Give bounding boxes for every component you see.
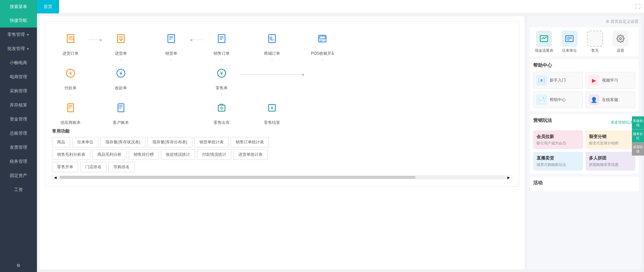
func-btn-purchase-stats[interactable]: 进货单统计表: [233, 149, 268, 160]
down-arrow-n6: ↓: [304, 56, 341, 63]
sidebar-item-payroll[interactable]: 工资: [0, 183, 37, 197]
func-btn-sales-profit[interactable]: 销售毛利分析表: [52, 149, 90, 160]
flow-node-customer-book[interactable]: 客户账本: [102, 98, 139, 126]
qa-settings[interactable]: 设置: [610, 31, 631, 53]
customize-link[interactable]: ⚙ 首页自定义设置: [606, 19, 639, 24]
flow-node-purchase-order[interactable]: 进货订单: [52, 29, 89, 56]
retail-out-label: 零售出库: [214, 120, 230, 126]
sidebar-item-ledger[interactable]: 总账管理: [0, 126, 37, 140]
svg-point-48: [619, 38, 622, 40]
payment-label: 付款单: [64, 85, 77, 91]
func-btn-goods-profit[interactable]: 商品毛利分析: [92, 149, 127, 160]
help-item-online[interactable]: 👤 在线客服: [586, 91, 635, 108]
sales-bill-icon: [161, 29, 181, 49]
svg-rect-38: [118, 104, 119, 112]
func-btn-retail-order[interactable]: 零售开单: [52, 162, 78, 172]
flow-node-receipt[interactable]: ¥ 收款单: [102, 63, 139, 91]
sidebar-item-funds[interactable]: 资金管理: [0, 112, 37, 126]
marketing-fission[interactable]: 裂变分销 裂变式发展分销商: [586, 130, 635, 149]
down-arrow-n2: ↓: [102, 56, 139, 63]
qa-none[interactable]: 暂无: [584, 31, 606, 53]
arrow-n4-n3: ◀: [190, 38, 203, 42]
func-btn-store-rank[interactable]: 门店排名: [80, 162, 106, 172]
float-btn-service[interactable]: 客服热线: [632, 117, 644, 130]
down-arrow-n4: ↓: [203, 56, 240, 63]
sidebar: 快捷导航 零售管理 ▼ 批发管理 ▼ 小畅电商 电商管理 采购管理 库存核算 资…: [0, 13, 37, 272]
cashflow-label: 现金流量表: [535, 48, 553, 53]
chevron-down-icon: ▼: [26, 33, 30, 37]
fullscreen-button[interactable]: ⛶: [635, 4, 641, 10]
down-arrow-payment: ↓: [52, 91, 89, 98]
purchase-bill-icon: [111, 29, 131, 49]
func-btn-sales-stats[interactable]: 销货单统计表: [194, 137, 229, 147]
sidebar-item-assets[interactable]: 固定资产: [0, 169, 37, 183]
svg-point-40: [221, 107, 223, 109]
func-btn-sales-order-stats[interactable]: 销售订单统计表: [231, 137, 269, 147]
float-btn-community[interactable]: 服务社区: [632, 130, 644, 143]
search-menu-button[interactable]: 搜索菜单: [0, 0, 37, 13]
sidebar-item-quicknav[interactable]: 快捷导航: [0, 13, 37, 28]
retail-settle-icon: ¥: [262, 98, 282, 118]
func-btn-inventory-status[interactable]: 现存量(库存状况表): [100, 137, 145, 147]
quick-access-section: 现金流量表 往来单位 暂无: [530, 27, 639, 56]
retail-settle-label: 零售结算: [264, 120, 280, 126]
sidebar-item-tax[interactable]: 税务管理: [0, 154, 37, 169]
func-btn-partners[interactable]: 往来单位: [72, 137, 98, 147]
func-btn-payment-stats[interactable]: 付款情况统计: [197, 149, 231, 160]
retail-out-icon: [212, 98, 232, 118]
sidebar-item-ecommerce-small[interactable]: 小畅电商: [0, 56, 37, 70]
none-label: 暂无: [591, 48, 599, 53]
retail-bill-icon: ¥: [212, 63, 232, 83]
sidebar-item-inventory[interactable]: 库存核算: [0, 98, 37, 112]
help-item-help[interactable]: 📄 帮助中心: [533, 91, 583, 108]
gear-icon: ⚙: [16, 263, 20, 268]
sidebar-item-ecommerce-mgmt[interactable]: 电商管理: [0, 70, 37, 84]
flow-node-sales-order[interactable]: 销售订单: [203, 29, 240, 56]
flow-node-purchase-bill[interactable]: 进货单: [102, 29, 139, 56]
common-functions: 常用功能 商品 往来单位 现存量(库存状况表) 现存量(库存分布表) 销货单统计…: [52, 128, 512, 172]
flow-node-retail-settle[interactable]: ¥ 零售结算: [254, 98, 290, 126]
help-center-title: 帮助中心: [533, 62, 635, 69]
sidebar-item-procurement[interactable]: 采购管理: [0, 84, 37, 98]
sidebar-item-retail[interactable]: 零售管理 ▼: [0, 28, 37, 42]
qa-partners[interactable]: 往来单位: [559, 31, 580, 53]
scroll-right-button[interactable]: ▶: [505, 175, 512, 180]
marketing-header: 营销玩法 更多营销玩法 ›: [533, 118, 635, 127]
marketing-member[interactable]: 会员拉新 吸引用户成为会员: [533, 130, 583, 149]
help-item-video[interactable]: ▶ 视频学习: [586, 72, 635, 89]
flow-node-supplier-book[interactable]: 供应商账本: [52, 98, 89, 126]
func-btn-inventory-dist[interactable]: 现存量(库存分布表): [147, 137, 192, 147]
help-item-beginner[interactable]: 📧 新手入门: [533, 72, 583, 89]
func-btn-receipt-stats[interactable]: 收款情况统计: [161, 149, 195, 160]
svg-text:¥: ¥: [119, 71, 122, 76]
home-tab[interactable]: 首页: [37, 0, 59, 13]
func-btn-sales-rank[interactable]: 销售排行榜: [129, 149, 159, 160]
partners-label: 往来单位: [562, 48, 577, 53]
float-btn-shortcut[interactable]: 桌面快捷: [632, 143, 644, 156]
sidebar-item-wholesale[interactable]: 批发管理 ▼: [0, 42, 37, 56]
floating-buttons: 客服热线 服务社区 桌面快捷: [632, 117, 644, 156]
flow-node-retail-out[interactable]: 零售出库: [203, 98, 240, 126]
flow-node-sales-bill[interactable]: 销货单: [153, 29, 190, 56]
down-arrow-n3: ↓: [153, 56, 190, 63]
down-arrow-receipt: ↓: [102, 91, 139, 98]
func-btn-guide-rank[interactable]: 导购排名: [108, 162, 135, 172]
sidebar-item-invoice[interactable]: 发票管理: [0, 140, 37, 154]
flow-node-payment[interactable]: ¥ 付款单: [52, 63, 89, 91]
chevron-down-icon: ▼: [26, 47, 30, 51]
marketing-group[interactable]: 多人拼团 拼团购物享受优惠: [586, 152, 635, 171]
flow-node-pos[interactable]: POS收银开å: [304, 29, 341, 56]
scroll-track[interactable]: [59, 176, 505, 179]
func-btn-goods[interactable]: 商品: [52, 137, 70, 147]
sidebar-settings-button[interactable]: ⚙: [0, 259, 37, 272]
scroll-left-button[interactable]: ◀: [52, 175, 59, 180]
svg-text:¥: ¥: [69, 71, 72, 76]
marketing-live[interactable]: 直播卖货 场景式购物新玩法: [533, 152, 583, 171]
common-func-title: 常用功能: [52, 128, 512, 134]
flow-node-retail-bill[interactable]: ¥ 零售单: [203, 63, 240, 91]
qa-cashflow[interactable]: 现金流量表: [533, 31, 555, 53]
marketing-member-desc: 吸引用户成为会员: [537, 141, 580, 146]
flow-node-mall-order[interactable]: 商城订单: [254, 29, 290, 56]
pos-icon: [312, 29, 332, 49]
online-label: 在线客服: [602, 97, 618, 103]
